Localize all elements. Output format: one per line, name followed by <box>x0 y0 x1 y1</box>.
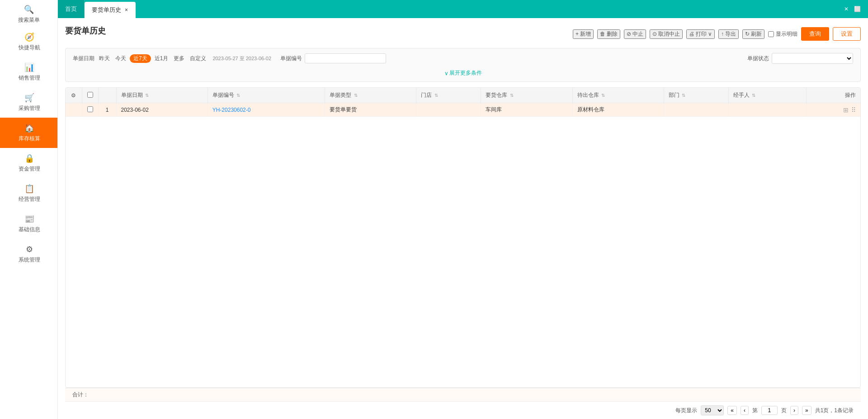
sidebar-item-label: 库存核算 <box>19 135 40 143</box>
delete-icon: 🗑 <box>600 31 605 37</box>
row-doc-date: 2023-06-02 <box>116 103 208 117</box>
tab-home[interactable]: 首页 <box>58 0 85 18</box>
window-close-btn[interactable]: ✕ <box>844 6 849 12</box>
main-area: 首页 要货单历史 × ✕ ⬜ 要货单历史 + 新增 🗑 删除 <box>58 0 868 419</box>
doc-no-sort-icon[interactable]: ⇅ <box>236 93 240 98</box>
data-table: ⚙ 单据日期 ⇅ 单据编号 ⇅ <box>66 88 860 117</box>
stop-button[interactable]: ⊘ 中止 <box>624 29 646 39</box>
sidebar-item-quick-nav[interactable]: 🧭 快捷导航 <box>0 27 57 57</box>
dest-warehouse-sort-icon[interactable]: ⇅ <box>601 93 605 98</box>
col-store: 门店 ⇅ <box>416 88 481 103</box>
date-btn-custom[interactable]: 自定义 <box>188 54 208 63</box>
window-maximize-btn[interactable]: ⬜ <box>854 6 861 12</box>
show-detail-checkbox[interactable] <box>768 31 774 37</box>
row-edit-icon[interactable]: ⊞ <box>843 106 849 114</box>
sales-icon: 📊 <box>24 62 34 72</box>
req-warehouse-sort-icon[interactable]: ⇅ <box>510 93 514 98</box>
col-store-label: 门店 <box>421 92 432 98</box>
doc-no-input[interactable] <box>305 53 386 63</box>
doc-status-select[interactable] <box>772 53 853 64</box>
last-page-btn[interactable]: » <box>802 406 811 415</box>
row-checkbox <box>82 103 98 117</box>
date-btn-more[interactable]: 更多 <box>172 54 186 63</box>
col-doc-date-label: 单据日期 <box>121 92 143 98</box>
date-btn-last1month[interactable]: 近1月 <box>153 54 170 63</box>
refresh-button[interactable]: ↻ 刷新 <box>742 29 764 39</box>
col-settings[interactable]: ⚙ <box>66 88 82 103</box>
per-page-select[interactable]: 50 10 20 100 <box>701 405 724 415</box>
export-button[interactable]: ↑ 导出 <box>718 29 739 39</box>
handler-sort-icon[interactable]: ⇅ <box>752 93 755 98</box>
header-actions: + 新增 🗑 删除 ⊘ 中止 ⊙ 取消中止 🖨 打印 <box>573 27 861 41</box>
print-icon: 🖨 <box>689 31 694 37</box>
sidebar-item-finance[interactable]: 🔒 资金管理 <box>0 148 57 178</box>
row-store <box>416 103 481 117</box>
content-area: 要货单历史 + 新增 🗑 删除 ⊘ 中止 ⊙ 取消中止 <box>58 18 868 419</box>
col-doc-no-label: 单据编号 <box>212 92 234 98</box>
doc-type-sort-icon[interactable]: ⇅ <box>354 93 358 98</box>
expand-filter-btn[interactable]: ∨ 展开更多条件 <box>444 69 482 77</box>
tab-close-btn[interactable]: × <box>125 7 128 13</box>
sidebar-item-basic[interactable]: 📰 基础信息 <box>0 209 57 239</box>
set-button[interactable]: 设置 <box>833 27 861 41</box>
tab-home-label: 首页 <box>65 5 77 13</box>
row-num: 1 <box>98 103 116 117</box>
dept-sort-icon[interactable]: ⇅ <box>682 93 685 98</box>
col-dept: 部门 ⇅ <box>664 88 728 103</box>
row-select-checkbox[interactable] <box>87 106 93 112</box>
delete-label: 删除 <box>607 30 618 38</box>
col-handler-label: 经手人 <box>733 92 750 98</box>
new-button[interactable]: + 新增 <box>573 29 594 39</box>
date-btn-last7days[interactable]: 近7天 <box>130 54 151 63</box>
col-checkbox <box>82 88 98 103</box>
next-page-btn[interactable]: › <box>790 406 798 415</box>
delete-button[interactable]: 🗑 删除 <box>597 29 620 39</box>
expand-chevron-icon: ∨ <box>444 70 448 76</box>
sidebar-item-system[interactable]: ⚙ 系统管理 <box>0 239 57 269</box>
tab-active-label: 要货单历史 <box>92 6 121 14</box>
per-page-label: 每页显示 <box>675 407 697 414</box>
cancel-stop-label: 取消中止 <box>658 30 680 38</box>
doc-no-link[interactable]: YH-20230602-0 <box>212 107 251 113</box>
col-handler: 经手人 ⇅ <box>728 88 807 103</box>
new-icon: + <box>576 31 579 37</box>
tab-active[interactable]: 要货单历史 × <box>85 2 136 18</box>
show-detail-checkbox-label[interactable]: 显示明细 <box>768 30 797 38</box>
summary-label: 合计： <box>72 391 89 399</box>
topbar: 首页 要货单历史 × ✕ ⬜ <box>58 0 868 18</box>
select-all-checkbox[interactable] <box>87 92 93 98</box>
row-more-icon[interactable]: ⠿ <box>851 106 856 114</box>
sidebar-item-inventory[interactable]: 🏠 库存核算 <box>0 118 57 148</box>
quick-nav-icon: 🧭 <box>24 32 34 42</box>
sidebar-item-sales[interactable]: 📊 销售管理 <box>0 57 57 87</box>
col-doc-type-label: 单据类型 <box>330 92 351 98</box>
table-container: ⚙ 单据日期 ⇅ 单据编号 ⇅ <box>65 87 861 388</box>
page-title: 要货单历史 <box>65 25 106 36</box>
doc-status-label: 单据状态 <box>747 55 769 62</box>
store-sort-icon[interactable]: ⇅ <box>434 93 438 98</box>
show-detail-label-text: 显示明细 <box>776 30 797 38</box>
row-req-warehouse: 车间库 <box>481 103 572 117</box>
query-button[interactable]: 查询 <box>801 27 829 41</box>
first-page-btn[interactable]: « <box>727 406 737 415</box>
col-doc-date: 单据日期 ⇅ <box>116 88 208 103</box>
sidebar-item-label: 经营管理 <box>19 195 40 203</box>
cancel-stop-button[interactable]: ⊙ 取消中止 <box>650 29 683 39</box>
table-row[interactable]: 1 2023-06-02 YH-20230602-0 要货单要货 车间库 原材料… <box>66 103 860 117</box>
doc-date-sort-icon[interactable]: ⇅ <box>145 93 149 98</box>
pagination: 每页显示 50 10 20 100 « ‹ 第 页 › » 共1页，1条记录 <box>65 401 861 419</box>
row-handler <box>728 103 807 117</box>
date-btn-today[interactable]: 今天 <box>113 54 128 63</box>
sidebar-item-purchase[interactable]: 🛒 采购管理 <box>0 87 57 118</box>
sidebar-search[interactable]: 🔍 搜索菜单 <box>0 0 57 27</box>
prev-page-btn[interactable]: ‹ <box>741 406 749 415</box>
print-chevron-icon: ∨ <box>708 31 712 37</box>
page-input[interactable] <box>761 406 778 415</box>
date-range: 2023-05-27 至 2023-06-02 <box>212 55 271 62</box>
sidebar-item-label: 销售管理 <box>19 74 40 82</box>
row-doc-no[interactable]: YH-20230602-0 <box>208 103 325 117</box>
print-button[interactable]: 🖨 打印 ∨ <box>686 29 715 39</box>
cancel-stop-icon: ⊙ <box>652 31 657 37</box>
date-btn-yesterday[interactable]: 昨天 <box>97 54 112 63</box>
sidebar-item-operation[interactable]: 📋 经营管理 <box>0 178 57 209</box>
